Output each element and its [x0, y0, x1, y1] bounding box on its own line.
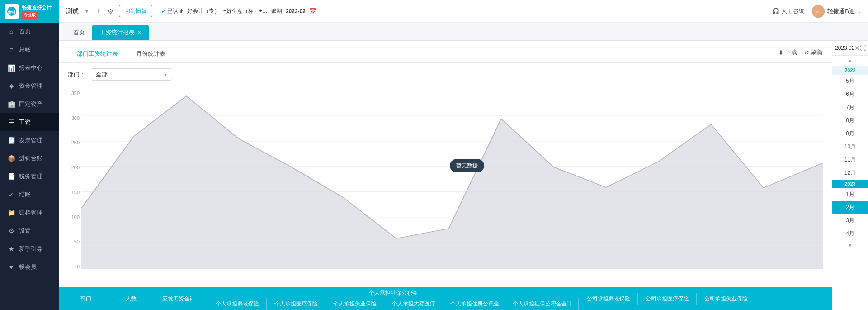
checkout-icon: ✓ [7, 191, 15, 198]
rp-month-4-2023[interactable]: 4月 [832, 227, 868, 240]
sub-tab-actions: ⬇ 下载 ↺ 刷新 [778, 48, 823, 60]
y-axis: 350 300 250 200 150 100 50 0 [63, 91, 81, 269]
download-button[interactable]: ⬇ 下载 [778, 48, 797, 57]
tab-salary-report[interactable]: 工资统计报表 ✕ [92, 25, 149, 40]
sidebar-item-checkout[interactable]: ✓ 结账 [0, 186, 59, 204]
home-icon: ⌂ [7, 28, 15, 35]
rp-nav-up[interactable]: ▲ [832, 56, 868, 66]
y-label-50: 50 [65, 239, 80, 244]
sidebar-item-settings[interactable]: ⚙ 设置 [0, 222, 59, 240]
bt-col-co-pension: 公司承担养老保险 [579, 293, 638, 305]
sidebar-item-label: 总账 [19, 46, 31, 54]
right-panel: 2023.02 ✕ ⛶ ▲ 2022 5月 6月 7月 8月 9月 10月 11… [832, 41, 868, 310]
period-label: 账期 [271, 7, 282, 15]
bt-group-personal-cols: 个人承担养老保险 个人承担医疗保险 个人承担失业保险 个人承担大额医疗 个人承担… [208, 298, 579, 310]
sidebar-item-label: 归档管理 [19, 209, 42, 217]
sidebar-logo: 会计 畅捷通好会计 专业版 [0, 0, 59, 23]
y-label-100: 100 [65, 215, 80, 220]
sidebar-item-label: 结账 [19, 191, 31, 199]
topbar-gear-button[interactable]: ⚙ [108, 8, 113, 15]
bt-col-co-unemployment: 公司承担失业保险 [697, 293, 755, 305]
sidebar-item-invoice[interactable]: 🧾 发票管理 [0, 131, 59, 149]
chart-svg [81, 91, 823, 269]
sidebar-item-label: 发票管理 [19, 136, 42, 144]
logo-sub: 专业版 [22, 12, 38, 19]
sub-tab-monthly[interactable]: 月份统计表 [127, 46, 175, 62]
rp-month-1-2023[interactable]: 1月 [832, 188, 868, 201]
bt-group-personal: 个人承担社保公积金 个人承担养老保险 个人承担医疗保险 个人承担失业保险 个人承… [208, 288, 579, 310]
sidebar-item-archive[interactable]: 📁 归档管理 [0, 204, 59, 222]
tab-home[interactable]: 首页 [66, 25, 92, 40]
sidebar-item-guide[interactable]: ★ 新手引导 [0, 240, 59, 258]
sidebar-item-label: 报表中心 [19, 64, 42, 72]
rp-month-9[interactable]: 9月 [832, 127, 868, 140]
topbar-status: ✔ 已认证 好会计（专） +好生意（标）+… 账期 2023-02 📅 [161, 7, 316, 15]
y-label-200: 200 [65, 165, 80, 170]
sidebar-item-assets[interactable]: 🏢 固定资产 [0, 95, 59, 113]
chart-area: 350 300 250 200 150 100 50 0 [59, 86, 832, 287]
rp-month-8[interactable]: 8月 [832, 114, 868, 127]
headset-icon: 🎧 [772, 8, 779, 14]
bt-col-count: 人数 [113, 293, 149, 305]
tab-close-icon[interactable]: ✕ [137, 30, 142, 36]
bt-col-medical: 个人承担医疗保险 [267, 298, 326, 310]
logo-name: 畅捷通好会计 [22, 4, 52, 11]
switch-version-button[interactable]: 切到旧版 [119, 5, 152, 17]
filter-bar: 部门： 全部 研发部 市场部 行政部 财务部 [59, 63, 832, 86]
calendar-icon[interactable]: 📅 [309, 8, 316, 14]
tab-salary-label: 工资统计报表 [99, 29, 135, 37]
refresh-button[interactable]: ↺ 刷新 [804, 48, 823, 57]
sidebar-item-funds[interactable]: ◈ 资金管理 [0, 77, 59, 95]
rp-expand-button[interactable]: ⛶ [860, 44, 866, 52]
reports-icon: 📊 [7, 64, 15, 72]
sidebar-item-label: 税务管理 [19, 172, 42, 181]
rp-close-button[interactable]: ✕ [854, 44, 860, 52]
user-menu[interactable]: CE 轻捷通B迎… [812, 5, 861, 18]
rp-year-display: 2023.02 [835, 45, 854, 51]
sub-tab-dept[interactable]: 部门工资统计表 [68, 46, 127, 62]
salary-icon: ☰ [7, 119, 15, 126]
tabbar: 首页 工资统计报表 ✕ [59, 23, 868, 41]
rp-month-3-2023[interactable]: 3月 [832, 214, 868, 227]
certified-badge: ✔ 已认证 [161, 7, 184, 15]
bt-col-housing: 个人承担住房公积金 [443, 298, 506, 310]
rp-month-11[interactable]: 11月 [832, 153, 868, 167]
y-label-150: 150 [65, 190, 80, 195]
business-badge: +好生意（标）+… [223, 7, 268, 15]
support-button[interactable]: 🎧 人工咨询 [772, 7, 805, 15]
sales-icon: 📦 [7, 155, 15, 162]
topbar-dropdown-arrow[interactable]: ▼ [84, 8, 90, 14]
topbar-add-button[interactable]: ＋ [95, 6, 102, 16]
bt-col-personal-total: 个人承担社保公积金合计 [506, 298, 579, 310]
bt-col-total-salary: 应发工资合计 [149, 293, 208, 305]
sidebar-item-tax[interactable]: 📑 税务管理 [0, 167, 59, 186]
rp-year-2022[interactable]: 2022 [832, 66, 868, 75]
rp-month-5[interactable]: 5月 [832, 75, 868, 88]
rp-year-2023[interactable]: 2023 [832, 180, 868, 188]
rp-nav-down[interactable]: ▼ [832, 240, 868, 250]
sidebar-item-reports[interactable]: 📊 报表中心 [0, 59, 59, 77]
rp-month-6[interactable]: 6月 [832, 88, 868, 101]
y-label-0: 0 [65, 264, 80, 269]
chart-container: 350 300 250 200 150 100 50 0 [63, 91, 823, 283]
bt-col-co-medical: 公司承担医疗保险 [638, 293, 697, 305]
rp-month-7[interactable]: 7月 [832, 101, 868, 114]
accounting-badge: 好会计（专） [187, 7, 220, 15]
dept-select[interactable]: 全部 研发部 市场部 行政部 财务部 [91, 68, 172, 81]
rp-month-12[interactable]: 12月 [832, 167, 868, 180]
chart-area-fill [81, 96, 823, 269]
content-area: 部门工资统计表 月份统计表 ⬇ 下载 ↺ 刷新 [59, 41, 868, 310]
sidebar-item-member[interactable]: ♥ 畅会员 [0, 258, 59, 276]
period-value: 2023-02 [286, 8, 306, 14]
sidebar-item-ledger[interactable]: ≡ 总账 [0, 41, 59, 59]
funds-icon: ◈ [7, 82, 15, 90]
rp-month-2-2023[interactable]: 2月 [832, 201, 868, 214]
sidebar-item-home[interactable]: ⌂ 首页 [0, 23, 59, 41]
sidebar-item-label: 畅会员 [19, 263, 37, 271]
sub-tabs: 部门工资统计表 月份统计表 [68, 46, 175, 62]
sidebar-item-salary[interactable]: ☰ 工资 [0, 113, 59, 131]
rp-month-10[interactable]: 10月 [832, 140, 868, 153]
sidebar-item-sales[interactable]: 📦 进销台账 [0, 149, 59, 167]
svg-text:会计: 会计 [7, 10, 16, 14]
invoice-icon: 🧾 [7, 137, 15, 144]
